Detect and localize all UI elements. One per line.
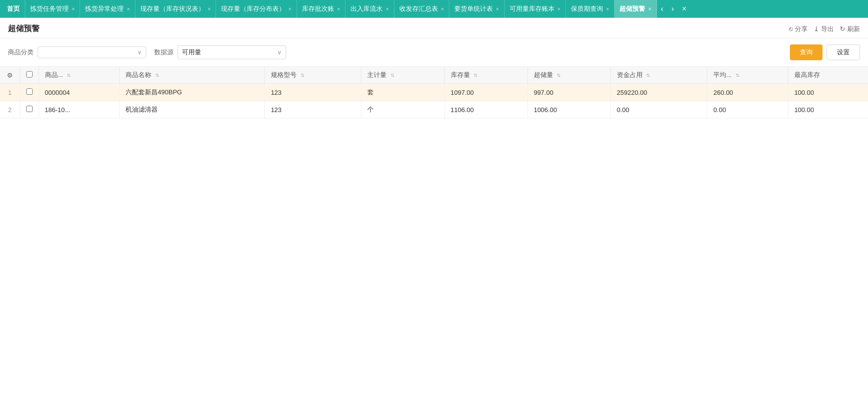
col-avg-label: 平均... <box>713 71 732 79</box>
col-unit[interactable]: 主计量 ⇅ <box>361 67 444 84</box>
table-body: 1 0000004 六配套新昌490BPG 123 套 1097.00 997.… <box>0 84 868 118</box>
col-spec[interactable]: 规格型号 ⇅ <box>264 67 361 84</box>
refresh-button[interactable]: ↻ 刷新 <box>840 25 860 34</box>
header-actions: ⎋ 分享 ⤓ 导出 ↻ 刷新 <box>789 25 860 34</box>
nav-item-recv-summary[interactable]: 收发存汇总表 × <box>394 0 449 18</box>
cell-unit: 个 <box>361 101 444 118</box>
export-button[interactable]: ⤓ 导出 <box>814 25 834 34</box>
sort-icon-product-name: ⇅ <box>155 73 159 78</box>
product-category-label: 商品分类 <box>8 48 34 57</box>
col-product-code-label: 商品... <box>45 71 63 79</box>
nav-inout-flow-label: 出入库流水 <box>350 4 383 13</box>
nav-item-overstock-warn[interactable]: 超储预警 × <box>614 0 656 18</box>
nav-task-mgmt-label: 拣货任务管理 <box>30 4 69 13</box>
sort-icon-unit: ⇅ <box>391 73 394 78</box>
nav-item-inout-flow[interactable]: 出入库流水 × <box>346 0 394 18</box>
cell-avg: 260.00 <box>707 84 788 101</box>
nav-close-quality-check[interactable]: × <box>606 6 609 12</box>
nav-close-task-mgmt[interactable]: × <box>72 6 75 12</box>
share-button[interactable]: ⎋ 分享 <box>789 25 808 34</box>
col-stock-qty-label: 库存量 <box>451 71 470 79</box>
nav-item-order-stats[interactable]: 要货单统计表 × <box>449 0 504 18</box>
cell-max-stock: 100.00 <box>788 101 868 118</box>
nav-close-inout-flow[interactable]: × <box>386 6 389 12</box>
chevron-down-icon-2: ∨ <box>277 49 282 56</box>
settings-button[interactable]: 设置 <box>826 44 860 60</box>
col-capital-occ[interactable]: 资金占用 ⇅ <box>610 67 707 84</box>
col-overstock-qty[interactable]: 超储量 ⇅ <box>527 67 610 84</box>
nav-arrow-left[interactable]: ‹ <box>657 0 667 18</box>
nav-abnormal-label: 拣货异常处理 <box>85 4 124 13</box>
nav-quality-check-label: 保质期查询 <box>571 4 603 13</box>
col-checkbox <box>20 67 39 84</box>
col-product-name[interactable]: 商品名称 ⇅ <box>120 67 265 84</box>
nav-item-quality-check[interactable]: 保质期查询 × <box>566 0 614 18</box>
nav-arrow-right[interactable]: › <box>667 0 678 18</box>
cell-unit: 套 <box>361 84 444 101</box>
page-area: 超储预警 ⎋ 分享 ⤓ 导出 ↻ 刷新 商品分类 ∨ 数据源 <box>0 18 868 395</box>
col-spec-label: 规格型号 <box>271 71 297 79</box>
refresh-icon: ↻ <box>840 25 845 33</box>
row-checkbox-cell <box>20 101 39 118</box>
table-container: ⚙ 商品... ⇅ 商品名称 ⇅ 规格型号 ⇅ <box>0 67 868 118</box>
cell-stock-qty: 1097.00 <box>444 84 527 101</box>
cell-stock-qty: 1106.00 <box>444 101 527 118</box>
data-source-label: 数据源 <box>154 48 174 57</box>
nav-item-batch-account[interactable]: 库存批次账 × <box>297 0 346 18</box>
col-avg[interactable]: 平均... ⇅ <box>707 67 788 84</box>
sort-icon-overstock-qty: ⇅ <box>557 73 561 78</box>
col-stock-qty[interactable]: 库存量 ⇅ <box>444 67 527 84</box>
row-number: 1 <box>0 84 20 101</box>
refresh-label: 刷新 <box>847 25 860 34</box>
nav-item-inventory-status[interactable]: 现存量（库存状况表） × <box>135 0 216 18</box>
col-product-code[interactable]: 商品... ⇅ <box>39 67 120 84</box>
nav-home-label: 首页 <box>7 4 20 13</box>
select-all-checkbox[interactable] <box>26 71 33 78</box>
cell-product-code: 0000004 <box>39 84 120 101</box>
nav-item-inventory-dist[interactable]: 现存量（库存分布表） × <box>216 0 297 18</box>
data-source-select[interactable]: 可用量 ∨ <box>177 45 286 59</box>
nav-overstock-warn-label: 超储预警 <box>619 4 645 13</box>
query-button[interactable]: 查询 <box>790 44 823 60</box>
sort-icon-avg: ⇅ <box>736 73 739 78</box>
nav-recv-summary-label: 收发存汇总表 <box>399 4 438 13</box>
row-checkbox[interactable] <box>26 106 33 112</box>
settings-icon: ⚙ <box>7 72 13 79</box>
cell-capital-occ: 0.00 <box>610 101 707 118</box>
product-category-select[interactable]: ∨ <box>38 46 146 58</box>
nav-close-inventory-dist[interactable]: × <box>288 6 291 12</box>
cell-spec: 123 <box>264 84 361 101</box>
share-label: 分享 <box>795 25 808 34</box>
col-capital-occ-label: 资金占用 <box>617 71 643 79</box>
nav-close-recv-summary[interactable]: × <box>441 6 444 12</box>
col-unit-label: 主计量 <box>367 71 387 79</box>
cell-max-stock: 100.00 <box>788 84 868 101</box>
nav-close-inventory-status[interactable]: × <box>208 6 211 12</box>
nav-item-abnormal[interactable]: 拣货异常处理 × <box>80 0 135 18</box>
col-max-stock-label: 最高库存 <box>794 71 820 79</box>
nav-close-overstock-warn[interactable]: × <box>648 6 651 12</box>
sort-icon-stock-qty: ⇅ <box>474 73 477 78</box>
nav-close-abnormal[interactable]: × <box>127 6 130 12</box>
nav-close-batch-account[interactable]: × <box>337 6 340 12</box>
sort-icon-capital-occ: ⇅ <box>646 73 650 78</box>
cell-spec: 123 <box>264 101 361 118</box>
nav-arrow-close[interactable]: × <box>678 0 690 18</box>
share-icon: ⎋ <box>789 25 793 33</box>
nav-inventory-status-label: 现存量（库存状况表） <box>140 4 205 13</box>
cell-product-name: 六配套新昌490BPG <box>120 84 265 101</box>
nav-avail-account-label: 可用量库存账本 <box>510 4 555 13</box>
nav-item-avail-account[interactable]: 可用量库存账本 × <box>505 0 566 18</box>
col-overstock-qty-label: 超储量 <box>534 71 553 79</box>
col-max-stock[interactable]: 最高库存 <box>788 67 868 84</box>
row-checkbox[interactable] <box>26 88 33 95</box>
nav-close-order-stats[interactable]: × <box>496 6 499 12</box>
nav-item-home[interactable]: 首页 <box>2 0 25 18</box>
nav-item-task-mgmt[interactable]: 拣货任务管理 × <box>25 0 80 18</box>
page-header: 超储预警 ⎋ 分享 ⤓ 导出 ↻ 刷新 <box>0 18 868 39</box>
sort-icon-product-code: ⇅ <box>67 73 71 78</box>
data-table: ⚙ 商品... ⇅ 商品名称 ⇅ 规格型号 ⇅ <box>0 67 868 118</box>
nav-close-avail-account[interactable]: × <box>558 6 561 12</box>
col-settings[interactable]: ⚙ <box>0 67 20 84</box>
nav-batch-account-label: 库存批次账 <box>302 4 334 13</box>
